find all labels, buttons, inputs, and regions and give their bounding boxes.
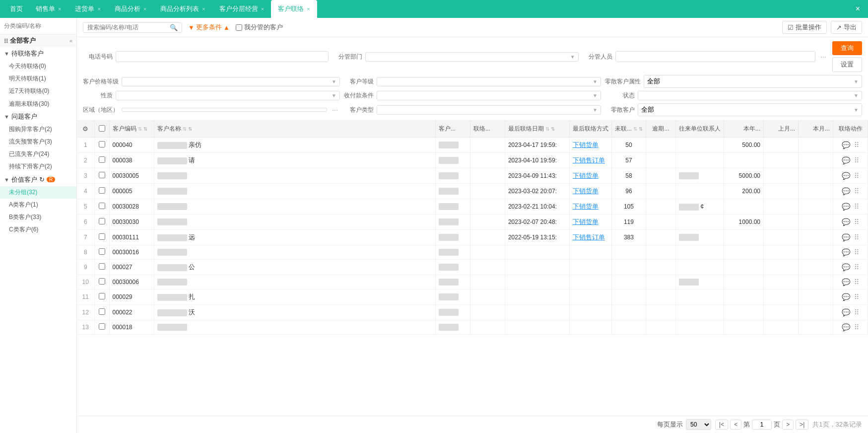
settings-icon[interactable]: ⚙ xyxy=(82,125,88,133)
dots-icon[interactable]: ··· xyxy=(332,106,338,114)
filter-select-scatter-attr[interactable]: 全部 ▼ xyxy=(644,75,862,88)
grid-action-icon[interactable]: ⠿ xyxy=(854,248,859,256)
chat-icon[interactable]: 💬 xyxy=(842,218,850,226)
th-this-year[interactable]: 本年... xyxy=(724,121,764,138)
cell-checkbox[interactable] xyxy=(94,260,109,275)
th-unlink-days[interactable]: 未联... ⇅ xyxy=(611,121,646,138)
cell-checkbox[interactable] xyxy=(94,275,109,289)
sidebar-item-class-c[interactable]: C类客户(6) xyxy=(0,223,76,236)
sidebar-item-declining[interactable]: 持续下滑客户(2) xyxy=(0,160,76,173)
close-all-tabs-icon[interactable]: × xyxy=(852,4,864,13)
row-checkbox[interactable] xyxy=(99,263,105,270)
filter-input-phone[interactable] xyxy=(116,51,329,62)
sidebar-item-tomorrow[interactable]: 明天待联络(1) xyxy=(0,72,76,85)
filter-select-dept[interactable]: ▼ xyxy=(365,52,578,62)
page-number-input[interactable] xyxy=(752,420,772,430)
filter-select-nature[interactable]: ▼ xyxy=(116,91,340,100)
grid-action-icon[interactable]: ⠿ xyxy=(854,172,859,180)
sidebar-collapse-icon[interactable]: « xyxy=(69,38,72,44)
export-btn[interactable]: ↗ 导出 xyxy=(831,21,862,34)
row-checkbox[interactable] xyxy=(99,278,105,285)
th-contact[interactable]: 联络... xyxy=(470,121,505,138)
row-checkbox[interactable] xyxy=(99,203,105,209)
sidebar-item-today[interactable]: 今天待联络(0) xyxy=(0,60,76,72)
cell-checkbox[interactable] xyxy=(94,230,109,245)
th-customer-type[interactable]: 客户... xyxy=(435,121,470,138)
method-link[interactable]: 下销货单 xyxy=(573,218,599,225)
sidebar-section-waiting[interactable]: ▼ 待联络客户 xyxy=(0,47,76,60)
prev-page-btn[interactable]: < xyxy=(730,420,741,430)
grid-action-icon[interactable]: ⠿ xyxy=(854,323,859,331)
nav-tab-sales[interactable]: 销售单 × xyxy=(29,0,68,18)
cell-checkbox[interactable] xyxy=(94,215,109,230)
row-checkbox[interactable] xyxy=(99,187,105,194)
sidebar-item-lost[interactable]: 已流失客户(24) xyxy=(0,148,76,160)
sidebar-item-warning[interactable]: 流失预警客户(3) xyxy=(0,136,76,148)
row-checkbox[interactable] xyxy=(99,323,105,330)
query-btn[interactable]: 查询 xyxy=(832,41,862,55)
close-tab-icon[interactable]: × xyxy=(143,0,146,18)
th-last-contact-method[interactable]: 最后联络方式 xyxy=(569,121,611,138)
row-checkbox[interactable] xyxy=(99,172,105,178)
grid-action-icon[interactable]: ⠿ xyxy=(854,233,859,241)
row-checkbox[interactable] xyxy=(99,233,105,240)
method-link[interactable]: 下销货单 xyxy=(573,187,599,195)
nav-tab-analysis-list[interactable]: 商品分析列表 × xyxy=(153,0,212,18)
chat-icon[interactable]: 💬 xyxy=(842,187,850,195)
th-this-month[interactable]: 本月... xyxy=(799,121,833,138)
cell-checkbox[interactable] xyxy=(94,168,109,184)
my-customers-checkbox-label[interactable]: 我分管的客户 xyxy=(236,23,283,32)
method-link[interactable]: 下销货单 xyxy=(573,172,599,179)
chat-icon[interactable]: 💬 xyxy=(842,263,850,271)
sidebar-section-problem[interactable]: ▼ 问题客户 xyxy=(0,110,76,123)
sidebar-item-class-b[interactable]: B类客户(33) xyxy=(0,211,76,223)
close-tab-icon[interactable]: × xyxy=(97,0,100,18)
filter-select-customer-type[interactable]: ▼ xyxy=(377,105,601,115)
filter-select-status[interactable]: ▼ xyxy=(638,91,862,100)
reset-btn[interactable]: 设置 xyxy=(832,57,862,72)
grid-action-icon[interactable]: ⠿ xyxy=(854,308,859,316)
chat-icon[interactable]: 💬 xyxy=(842,248,850,256)
chat-icon[interactable]: 💬 xyxy=(842,156,850,164)
sidebar-item-overdue[interactable]: 逾期未联络(30) xyxy=(0,98,76,110)
sidebar-section-value[interactable]: ▼ 价值客户 ↻ R xyxy=(0,173,76,186)
cell-checkbox[interactable] xyxy=(94,305,109,320)
chat-icon[interactable]: 💬 xyxy=(842,172,850,180)
close-tab-icon[interactable]: × xyxy=(261,0,264,18)
method-link[interactable]: 下销货单 xyxy=(573,203,599,210)
filter-search-input[interactable] xyxy=(87,24,170,31)
row-checkbox[interactable] xyxy=(99,308,105,315)
grid-action-icon[interactable]: ⠿ xyxy=(854,141,859,149)
sidebar-item-7days[interactable]: 近7天待联络(0) xyxy=(0,85,76,97)
last-page-btn[interactable]: >| xyxy=(796,420,808,430)
th-last-contact-date[interactable]: 最后联络日期 ⇅ xyxy=(505,121,569,138)
cell-checkbox[interactable] xyxy=(94,184,109,199)
cell-checkbox[interactable] xyxy=(94,153,109,168)
select-all-checkbox[interactable] xyxy=(99,125,105,132)
grid-action-icon[interactable]: ⠿ xyxy=(854,263,859,271)
sidebar-item-ungroup[interactable]: 未分组(32) xyxy=(0,186,76,199)
close-tab-icon[interactable]: × xyxy=(202,0,205,18)
chat-icon[interactable]: 💬 xyxy=(842,278,850,286)
grid-action-icon[interactable]: ⠿ xyxy=(854,187,859,195)
my-customers-checkbox[interactable] xyxy=(236,24,242,31)
sidebar-item-abnormal[interactable]: 囤购异常客户(2) xyxy=(0,123,76,136)
th-settings[interactable]: ⚙ xyxy=(77,121,94,138)
method-link[interactable]: 下销售订单 xyxy=(573,233,605,241)
th-unit-contact[interactable]: 往来单位联系人 xyxy=(676,121,724,138)
cell-checkbox[interactable] xyxy=(94,289,109,305)
nav-tab-customer-contact[interactable]: 客户联络 × xyxy=(271,0,317,18)
th-last-month[interactable]: 上月... xyxy=(764,121,799,138)
method-link[interactable]: 下销售订单 xyxy=(573,156,605,164)
row-checkbox[interactable] xyxy=(99,141,105,147)
row-checkbox[interactable] xyxy=(99,218,105,224)
dots-icon[interactable]: ··· xyxy=(820,53,826,61)
more-conditions-btn[interactable]: ▼ 更多条件 ▲ xyxy=(188,23,230,32)
th-overdue[interactable]: 逾期... xyxy=(646,121,676,138)
filter-select-customer-grade[interactable]: ▼ xyxy=(377,77,601,86)
chat-icon[interactable]: 💬 xyxy=(842,141,850,149)
cell-checkbox[interactable] xyxy=(94,199,109,215)
cell-checkbox[interactable] xyxy=(94,138,109,153)
refresh-icon[interactable]: ↻ xyxy=(39,176,45,183)
row-checkbox[interactable] xyxy=(99,156,105,163)
